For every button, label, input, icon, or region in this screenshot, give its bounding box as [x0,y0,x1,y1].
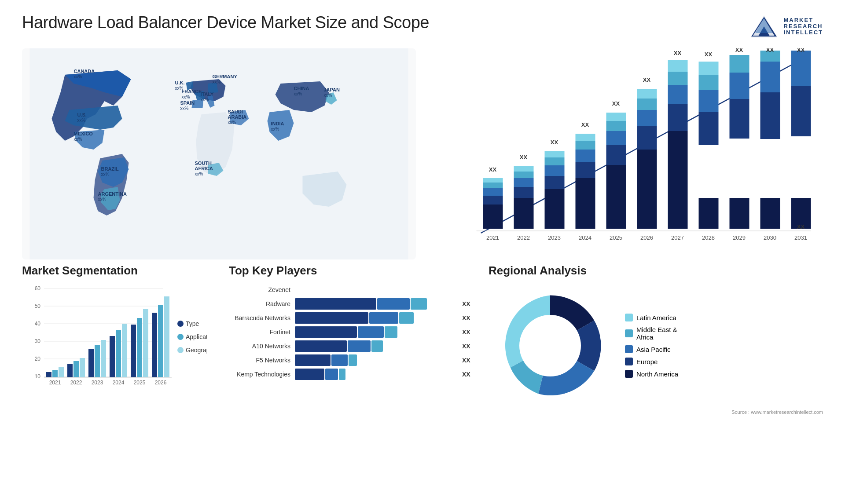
svg-rect-86 [699,62,719,75]
growth-chart-svg: XX XX XX XX [429,48,823,259]
svg-rect-84 [699,90,719,112]
svg-text:30: 30 [35,338,41,344]
legend-label: Europe [636,358,658,365]
regional-title: Regional Analysis [489,264,823,278]
svg-rect-72 [637,126,657,150]
svg-rect-93 [760,62,780,92]
svg-rect-55 [545,165,565,176]
segmentation-svg: 60 50 40 30 20 10 [22,284,207,407]
players-list: Zevenet Radware XX Barracuda Ne [229,284,475,380]
svg-text:xx%: xx% [101,172,110,177]
svg-text:2026: 2026 [640,234,653,241]
regional-legend-item: Latin America [625,314,678,321]
svg-text:xx%: xx% [77,118,86,123]
svg-text:2023: 2023 [548,234,561,241]
svg-text:xx%: xx% [180,106,189,111]
svg-text:xx%: xx% [201,97,209,102]
svg-rect-47 [514,198,534,229]
svg-text:U.K.: U.K. [175,80,185,85]
regional-legend-item: Europe [625,358,678,365]
svg-rect-96 [791,86,811,136]
player-row: Radware XX [229,298,475,310]
svg-rect-61 [576,150,595,162]
svg-text:xx%: xx% [195,172,203,176]
svg-rect-60 [576,162,595,178]
svg-text:CANADA: CANADA [74,69,95,74]
svg-text:XX: XX [489,166,497,173]
svg-rect-77 [668,131,688,229]
svg-rect-134 [88,349,94,377]
svg-text:MEXICO: MEXICO [74,131,93,136]
player-row: Kemp Technologies XX [229,369,475,380]
players-title: Top Key Players [229,264,475,278]
svg-text:FRANCE: FRANCE [182,89,202,94]
svg-rect-87 [730,198,749,229]
svg-text:XX: XX [520,154,528,161]
svg-rect-53 [545,189,565,229]
page-title: Hardware Load Balancer Device Market Siz… [22,13,429,32]
svg-text:U.S.: U.S. [77,112,87,117]
svg-rect-48 [514,187,534,198]
player-value: XX [462,329,475,336]
svg-text:xx%: xx% [324,93,332,98]
logo-icon [749,13,779,40]
svg-text:XX: XX [551,139,558,146]
svg-rect-43 [483,188,503,196]
svg-text:2021: 2021 [486,234,499,241]
regional-content: Latin America Middle East &Africa Asia P… [489,284,823,407]
svg-text:CHINA: CHINA [294,86,309,91]
svg-rect-132 [73,361,79,377]
svg-text:xx%: xx% [294,91,302,96]
player-value: XX [462,343,475,350]
svg-rect-67 [606,131,626,145]
svg-text:Type: Type [186,320,199,327]
player-value: XX [462,357,475,364]
svg-text:xx%: xx% [182,95,190,99]
donut-chart-svg [489,284,612,407]
svg-text:60: 60 [35,285,41,292]
svg-text:XX: XX [797,48,805,53]
svg-text:2024: 2024 [113,380,125,386]
player-name: Radware [229,300,290,307]
svg-rect-97 [791,51,811,86]
player-row: A10 Networks XX [229,340,475,352]
svg-text:AFRICA: AFRICA [195,166,213,171]
legend-label: North America [636,370,678,378]
svg-rect-129 [52,370,58,377]
svg-text:xx%: xx% [98,197,107,202]
svg-rect-145 [164,296,169,377]
growth-chart-section: XX XX XX XX [429,48,823,259]
svg-rect-136 [101,340,106,377]
svg-text:xx%: xx% [271,127,279,131]
svg-rect-56 [545,157,565,165]
svg-rect-144 [158,305,163,377]
legend-color [625,370,633,378]
legend-label: Latin America [636,314,676,321]
player-value: XX [462,314,475,321]
legend-color [625,314,633,321]
svg-text:2022: 2022 [517,234,530,241]
svg-text:2028: 2028 [702,234,715,241]
svg-point-155 [177,334,184,340]
svg-text:XX: XX [581,121,589,128]
svg-text:SPAIN: SPAIN [180,100,195,106]
svg-text:2026: 2026 [155,380,167,386]
world-map-svg: CANADA xx% U.S. xx% MEXICO xx% BRAZIL xx… [22,48,416,259]
svg-text:20: 20 [35,356,41,362]
svg-rect-50 [514,172,534,178]
svg-text:BRAZIL: BRAZIL [101,166,119,172]
svg-rect-85 [699,75,719,90]
logo-container: MARKET RESEARCH INTELLECT [749,13,823,40]
player-bar [295,284,458,296]
svg-point-159 [519,315,581,376]
svg-text:xx%: xx% [213,80,221,84]
svg-rect-75 [637,89,657,99]
svg-text:XX: XX [797,223,805,230]
legend-color [625,329,633,337]
svg-rect-139 [122,324,127,377]
svg-text:2029: 2029 [733,234,746,241]
svg-text:2025: 2025 [134,380,146,386]
svg-text:2022: 2022 [70,380,82,386]
svg-rect-91 [760,198,780,229]
svg-rect-41 [483,205,503,229]
